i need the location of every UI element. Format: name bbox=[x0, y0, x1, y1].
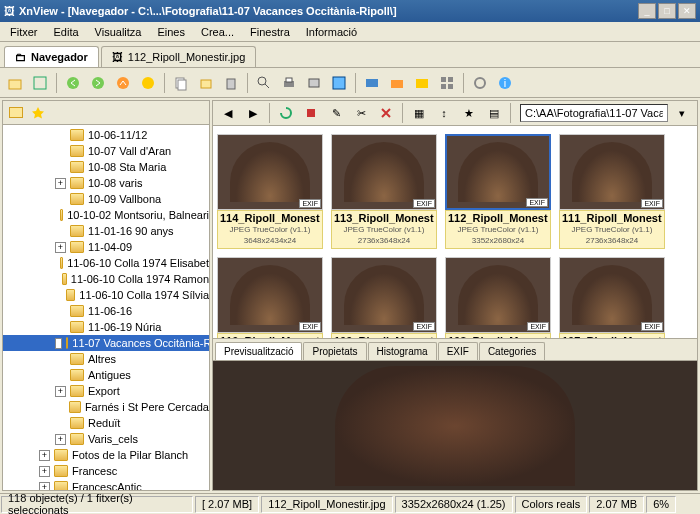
tree-item[interactable]: +Varis_cels bbox=[3, 431, 209, 447]
tree-item[interactable]: Antigues bbox=[3, 367, 209, 383]
batch-convert-button[interactable] bbox=[328, 72, 350, 94]
thumbnail-card[interactable]: EXIF108_Ripoll_MonestirJPEG TrueColor (v… bbox=[445, 257, 551, 339]
tree-item[interactable]: +11-07 Vacances Occitània-Rip bbox=[3, 335, 209, 351]
tree-item[interactable]: 11-06-19 Núria bbox=[3, 319, 209, 335]
favorites-button[interactable] bbox=[137, 72, 159, 94]
copy-button[interactable] bbox=[170, 72, 192, 94]
tree-item[interactable]: 11-06-10 Colla 1974 Elisabet bbox=[3, 255, 209, 271]
tree-item[interactable]: 11-06-10 Colla 1974 Ramon bbox=[3, 271, 209, 287]
tree-item[interactable]: +11-04-09 bbox=[3, 239, 209, 255]
thumbnail-card[interactable]: EXIF114_Ripoll_MonestirJPEG TrueColor (v… bbox=[217, 134, 323, 249]
tree-item[interactable]: 10-10-02 Montsoriu, Balneari bbox=[3, 207, 209, 223]
svg-text:i: i bbox=[504, 77, 506, 89]
thumbnail-card[interactable]: EXIF109_Ripoll_MonestirJPEG TrueColor (v… bbox=[331, 257, 437, 339]
tree-item[interactable]: 10-07 Vall d'Aran bbox=[3, 143, 209, 159]
svg-point-3 bbox=[92, 77, 104, 89]
preview-tab-previsualització[interactable]: Previsualització bbox=[215, 342, 302, 360]
menu-eines[interactable]: Eines bbox=[151, 24, 191, 40]
tree-item[interactable]: Reduït bbox=[3, 415, 209, 431]
filter-star-icon[interactable]: ★ bbox=[458, 102, 480, 124]
tree-item[interactable]: +Export bbox=[3, 383, 209, 399]
menu-edita[interactable]: Edita bbox=[48, 24, 85, 40]
info-button[interactable]: i bbox=[494, 72, 516, 94]
delete-button[interactable] bbox=[220, 72, 242, 94]
tree-favorites-icon[interactable] bbox=[29, 104, 47, 122]
web-button[interactable] bbox=[411, 72, 433, 94]
status-file: 112_Ripoll_Monestir.jpg bbox=[261, 496, 392, 513]
scan-button[interactable] bbox=[303, 72, 325, 94]
status-objects: 118 objecte(s) / 1 fitxer(s) seleccionat… bbox=[1, 496, 193, 513]
tab-navegador[interactable]: 🗀Navegador bbox=[4, 46, 99, 67]
thumbnail-card[interactable]: EXIF110_Ripoll_MonestirJPEG TrueColor (v… bbox=[217, 257, 323, 339]
search-button[interactable] bbox=[253, 72, 275, 94]
menu-visualitza[interactable]: Visualitza bbox=[89, 24, 148, 40]
thumbnail-card[interactable]: EXIF112_Ripoll_MonestirJPEG TrueColor (v… bbox=[445, 134, 551, 249]
back-button[interactable] bbox=[62, 72, 84, 94]
titlebar: 🖼 XnView - [Navegador - C:\...\Fotografi… bbox=[0, 0, 700, 22]
sort-icon[interactable]: ↕ bbox=[433, 102, 455, 124]
maximize-button[interactable]: □ bbox=[658, 3, 676, 19]
thumbnail-grid: EXIF114_Ripoll_MonestirJPEG TrueColor (v… bbox=[212, 126, 698, 339]
status-zoom: 6% bbox=[646, 496, 676, 513]
svg-rect-8 bbox=[201, 80, 211, 88]
fullscreen-button[interactable] bbox=[29, 72, 51, 94]
app-icon: 🖼 bbox=[4, 5, 15, 17]
view-back-icon[interactable]: ◀ bbox=[217, 102, 239, 124]
preview-tab-propietats[interactable]: Propietats bbox=[303, 342, 366, 360]
view-mode-icon[interactable]: ▦ bbox=[408, 102, 430, 124]
preview-tab-exif[interactable]: EXIF bbox=[438, 342, 478, 360]
tree-item[interactable]: +FrancescAntic bbox=[3, 479, 209, 491]
stop-icon[interactable] bbox=[300, 102, 322, 124]
move-button[interactable] bbox=[195, 72, 217, 94]
settings-button[interactable] bbox=[469, 72, 491, 94]
path-input[interactable] bbox=[520, 104, 668, 122]
svg-point-4 bbox=[117, 77, 129, 89]
svg-line-11 bbox=[265, 84, 269, 88]
tree-item[interactable]: +Fotos de la Pilar Blanch bbox=[3, 447, 209, 463]
tree-toolbar bbox=[3, 101, 209, 125]
tree-item[interactable]: 10-08 Sta Maria bbox=[3, 159, 209, 175]
edit-icon[interactable]: ✎ bbox=[325, 102, 347, 124]
thumbnail-card[interactable]: EXIF111_Ripoll_MonestirJPEG TrueColor (v… bbox=[559, 134, 665, 249]
up-button[interactable] bbox=[112, 72, 134, 94]
tree-item[interactable]: 11-06-10 Colla 1974 Sílvia bbox=[3, 287, 209, 303]
folder-tree-pane: 10-06-11/1210-07 Vall d'Aran10-08 Sta Ma… bbox=[2, 100, 210, 491]
tree-item[interactable]: Altres bbox=[3, 351, 209, 367]
open-button[interactable] bbox=[4, 72, 26, 94]
menu-fitxer[interactable]: Fitxer bbox=[4, 24, 44, 40]
tree-folder-icon[interactable] bbox=[7, 104, 25, 122]
path-dropdown-icon[interactable]: ▾ bbox=[671, 102, 693, 124]
preview-area bbox=[212, 361, 698, 491]
minimize-button[interactable]: _ bbox=[638, 3, 656, 19]
tree-item[interactable]: +Francesc bbox=[3, 463, 209, 479]
status-dim: 3352x2680x24 (1.25) bbox=[395, 496, 513, 513]
tree-item[interactable]: 11-06-16 bbox=[3, 303, 209, 319]
svg-rect-13 bbox=[286, 78, 292, 82]
slideshow-button[interactable] bbox=[361, 72, 383, 94]
thumbnail-card[interactable]: EXIF107_Ripoll_MonestirJPEG TrueColor (v… bbox=[559, 257, 665, 339]
print-button[interactable] bbox=[278, 72, 300, 94]
tree-item[interactable]: 10-09 Vallbona bbox=[3, 191, 209, 207]
menu-finestra[interactable]: Finestra bbox=[244, 24, 296, 40]
tree-item[interactable]: 10-06-11/12 bbox=[3, 127, 209, 143]
thumbnail-card[interactable]: EXIF113_Ripoll_MonestirJPEG TrueColor (v… bbox=[331, 134, 437, 249]
refresh-icon[interactable] bbox=[275, 102, 297, 124]
forward-button[interactable] bbox=[87, 72, 109, 94]
preview-tab-histograma[interactable]: Histograma bbox=[368, 342, 437, 360]
view-forward-icon[interactable]: ▶ bbox=[242, 102, 264, 124]
capture-button[interactable] bbox=[386, 72, 408, 94]
svg-rect-17 bbox=[391, 80, 403, 88]
layout-icon[interactable]: ▤ bbox=[483, 102, 505, 124]
contact-sheet-button[interactable] bbox=[436, 72, 458, 94]
close-button[interactable]: ✕ bbox=[678, 3, 696, 19]
delete-icon[interactable] bbox=[375, 102, 397, 124]
cut-icon[interactable]: ✂ bbox=[350, 102, 372, 124]
tab-112_ripoll_monestir-jpg[interactable]: 🖼112_Ripoll_Monestir.jpg bbox=[101, 46, 256, 67]
preview-tab-categories[interactable]: Categories bbox=[479, 342, 545, 360]
svg-point-2 bbox=[67, 77, 79, 89]
tree-item[interactable]: +10-08 varis bbox=[3, 175, 209, 191]
tree-item[interactable]: Farnés i St Pere Cercada bbox=[3, 399, 209, 415]
menu-informació[interactable]: Informació bbox=[300, 24, 363, 40]
tree-item[interactable]: 11-01-16 90 anys bbox=[3, 223, 209, 239]
menu-crea...[interactable]: Crea... bbox=[195, 24, 240, 40]
